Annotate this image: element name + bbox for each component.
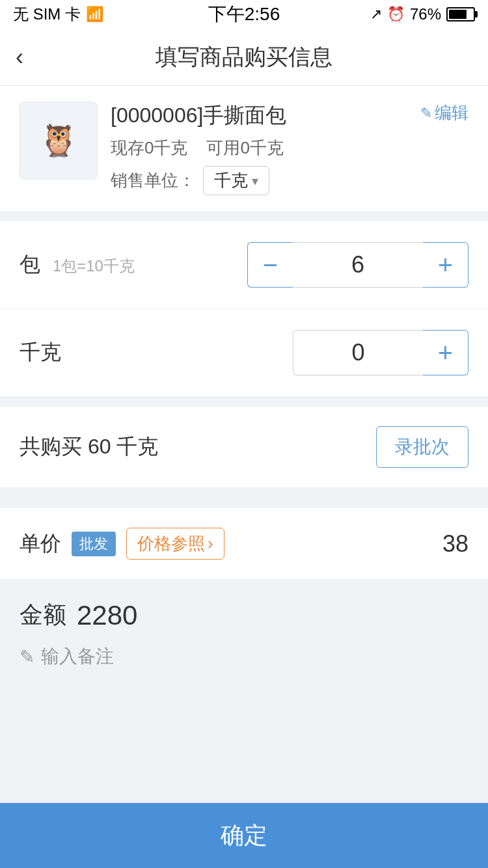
product-name: [0000006]手撕面包	[111, 102, 286, 130]
confirm-button[interactable]: 确定	[221, 820, 267, 852]
available-label: 可用0千克	[206, 138, 283, 157]
amount-section: 金额 2280 ✎ 输入备注	[0, 580, 488, 682]
edit-label: 编辑	[435, 102, 468, 124]
back-button[interactable]: ‹	[16, 44, 23, 71]
product-info-section: 🦉 [0000006]手撕面包 ✎ 编辑 现存0千克 可用0千克 销售单位： 千…	[0, 86, 488, 211]
unit-chevron-icon: ▾	[252, 173, 258, 189]
price-label: 单价	[20, 530, 61, 558]
stock-label: 现存0千克	[111, 138, 187, 157]
kg-row: 千克 +	[0, 309, 488, 396]
pencil-icon: ✎	[20, 646, 34, 668]
batch-button[interactable]: 录批次	[376, 426, 468, 468]
alarm-icon: ⏰	[387, 6, 405, 23]
status-left: 无 SIM 卡 📶	[13, 4, 103, 25]
quantity-section: 包 1包=10千克 − + 千克 +	[0, 221, 488, 396]
bao-decrement-button[interactable]: −	[247, 242, 293, 288]
product-thumbnail: 🦉	[20, 102, 98, 180]
bao-hint: 1包=10千克	[53, 257, 135, 275]
battery-percent: 76%	[410, 5, 441, 23]
product-stock: 现存0千克 可用0千克	[111, 137, 468, 159]
unit-label: 销售单位：	[111, 169, 195, 192]
product-logo: 🦉	[39, 122, 78, 159]
separator	[0, 498, 488, 508]
price-ref-button[interactable]: 价格参照 ›	[126, 528, 224, 560]
nav-bar: ‹ 填写商品购买信息	[0, 29, 488, 86]
price-ref-label: 价格参照	[137, 532, 205, 555]
bao-label: 包 1包=10千克	[20, 251, 247, 279]
price-row: 单价 批发 价格参照 › 38	[20, 528, 468, 560]
status-right: ↗ ⏰ 76%	[370, 5, 475, 23]
kg-increment-button[interactable]: +	[423, 330, 468, 375]
battery-icon	[446, 7, 475, 21]
product-details: [0000006]手撕面包 ✎ 编辑 现存0千克 可用0千克 销售单位： 千克 …	[111, 102, 468, 195]
remark-placeholder: 输入备注	[41, 644, 114, 669]
price-type-tag: 批发	[72, 532, 116, 556]
amount-row: 金额 2280	[20, 599, 468, 631]
edit-button[interactable]: ✎ 编辑	[420, 102, 468, 124]
bao-increment-button[interactable]: +	[423, 242, 468, 288]
price-value: 38	[442, 530, 468, 558]
bao-input[interactable]	[293, 242, 423, 288]
wifi-icon: 📶	[86, 6, 103, 23]
confirm-bar[interactable]: 确定	[0, 803, 488, 868]
edit-icon: ✎	[420, 105, 432, 122]
status-time: 下午2:56	[208, 2, 280, 27]
product-unit-row: 销售单位： 千克 ▾	[111, 166, 468, 195]
bao-controls: − +	[247, 242, 468, 288]
amount-label: 金额	[20, 599, 66, 631]
kg-label: 千克	[20, 338, 293, 367]
summary-section: 共购买 60 千克 录批次	[0, 407, 488, 487]
price-section: 单价 批发 价格参照 › 38	[0, 508, 488, 580]
kg-controls: +	[293, 330, 468, 375]
unit-select[interactable]: 千克 ▾	[203, 166, 269, 195]
carrier-label: 无 SIM 卡	[13, 4, 81, 25]
price-ref-chevron-icon: ›	[208, 534, 213, 554]
amount-value: 2280	[77, 600, 137, 631]
status-bar: 无 SIM 卡 📶 下午2:56 ↗ ⏰ 76%	[0, 0, 488, 29]
unit-value: 千克	[214, 169, 248, 192]
location-icon: ↗	[370, 6, 382, 23]
bao-row: 包 1包=10千克 − +	[0, 221, 488, 309]
kg-input[interactable]	[293, 330, 423, 375]
nav-title: 填写商品购买信息	[156, 42, 332, 72]
remark-row[interactable]: ✎ 输入备注	[20, 644, 468, 669]
summary-text: 共购买 60 千克	[20, 433, 158, 461]
